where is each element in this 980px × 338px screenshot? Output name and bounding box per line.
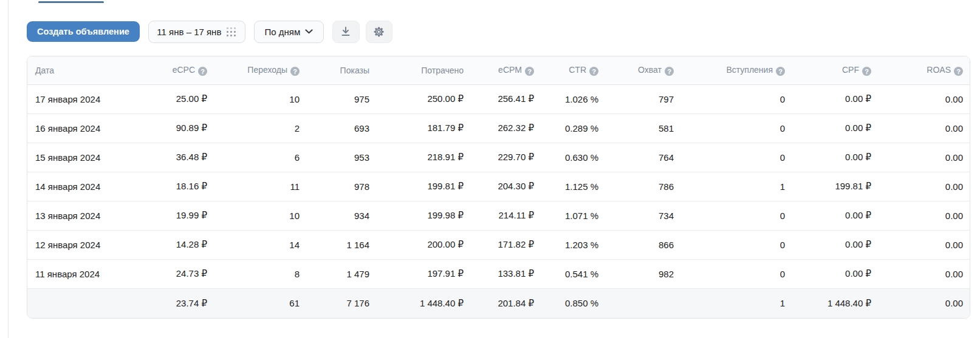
table-row: 14 января 202418.16 ₽11978199.81 ₽204.30… <box>27 172 970 201</box>
cell-joins: 1 <box>676 172 787 201</box>
table-row: 13 января 202419.99 ₽10934199.98 ₽214.11… <box>27 201 970 230</box>
cell-ecpc: 18.16 ₽ <box>131 172 210 201</box>
column-header-label: Вступления <box>726 65 773 75</box>
date-range-value: 11 янв – 17 янв <box>157 27 221 37</box>
cell-joins: 0 <box>676 230 787 259</box>
cell-cpf: 0.00 ₽ <box>787 143 874 172</box>
cell-ctr: 0.289 % <box>536 113 601 143</box>
cell-roas: 0.00 <box>874 230 970 259</box>
cell-roas: 0.00 <box>874 113 970 143</box>
cell-reach: 786 <box>601 172 676 201</box>
cell-cpf: 0.00 ₽ <box>787 113 874 143</box>
chevron-down-icon <box>305 29 313 34</box>
totals-cell-cpf: 1 448.40 ₽ <box>787 288 874 318</box>
cell-impressions: 934 <box>302 201 372 230</box>
totals-cell-ecpm: 201.84 ₽ <box>466 288 536 318</box>
cell-reach: 797 <box>601 84 676 113</box>
create-ad-button[interactable]: Создать объявление <box>27 21 140 42</box>
help-icon[interactable]: ? <box>954 67 963 76</box>
active-tab-indicator <box>38 1 104 3</box>
cell-clicks: 10 <box>210 84 302 113</box>
column-header-impressions: Показы <box>302 56 372 84</box>
export-button[interactable] <box>332 21 360 43</box>
cell-ecpm: 204.30 ₽ <box>466 172 536 201</box>
cell-ctr: 1.071 % <box>536 201 601 230</box>
cell-clicks: 8 <box>210 259 302 288</box>
cell-date: 11 января 2024 <box>27 259 131 288</box>
cell-ecpm: 214.11 ₽ <box>466 201 536 230</box>
column-header-label: Дата <box>35 66 54 75</box>
cell-ecpc: 24.73 ₽ <box>131 259 210 288</box>
cell-ecpm: 171.82 ₽ <box>466 230 536 259</box>
cell-ecpc: 90.89 ₽ <box>131 113 210 143</box>
cell-clicks: 2 <box>210 113 302 143</box>
cell-ecpc: 25.00 ₽ <box>131 84 210 113</box>
totals-cell-ecpc: 23.74 ₽ <box>131 288 210 318</box>
column-header-label: ROAS <box>927 65 951 75</box>
help-icon[interactable]: ? <box>525 67 534 76</box>
cell-ecpm: 133.81 ₽ <box>466 259 536 288</box>
cell-joins: 0 <box>676 259 787 288</box>
help-icon[interactable]: ? <box>862 67 871 76</box>
download-icon <box>340 26 351 37</box>
cell-impressions: 953 <box>302 143 372 172</box>
cell-date: 16 января 2024 <box>27 113 131 143</box>
cell-roas: 0.00 <box>874 259 970 288</box>
help-icon[interactable]: ? <box>290 67 300 76</box>
toolbar: Создать объявление 11 янв – 17 янв По дн <box>27 20 392 43</box>
cell-ctr: 1.026 % <box>536 84 601 113</box>
table-totals-row: 23.74 ₽617 1761 448.40 ₽201.84 ₽0.850 %1… <box>27 288 970 318</box>
settings-button[interactable] <box>366 21 392 43</box>
cell-ecpm: 229.70 ₽ <box>466 143 536 172</box>
cell-date: 12 января 2024 <box>27 230 131 259</box>
cell-ecpc: 19.99 ₽ <box>131 201 210 230</box>
cell-cpf: 0.00 ₽ <box>787 230 874 259</box>
help-icon[interactable]: ? <box>665 67 674 76</box>
cell-ecpc: 14.28 ₽ <box>131 230 210 259</box>
cell-reach: 866 <box>601 230 676 259</box>
cell-cpf: 0.00 ₽ <box>787 259 874 288</box>
cell-joins: 0 <box>676 113 787 143</box>
column-header-date: Дата <box>27 56 131 84</box>
cell-cpf: 0.00 ₽ <box>787 201 874 230</box>
cell-clicks: 6 <box>210 143 302 172</box>
cell-spent: 197.91 ₽ <box>372 259 466 288</box>
table-row: 15 января 202436.48 ₽6953218.91 ₽229.70 … <box>27 143 970 172</box>
help-icon[interactable]: ? <box>589 67 598 76</box>
help-icon[interactable]: ? <box>776 67 785 76</box>
cell-roas: 0.00 <box>874 172 970 201</box>
cell-impressions: 978 <box>302 172 372 201</box>
column-header-label: CTR <box>569 65 586 75</box>
cell-clicks: 11 <box>210 172 302 201</box>
cell-clicks: 14 <box>210 230 302 259</box>
cell-reach: 581 <box>601 113 676 143</box>
cell-spent: 200.00 ₽ <box>372 230 466 259</box>
table-row: 12 января 202414.28 ₽141 164200.00 ₽171.… <box>27 230 970 259</box>
statistics-table-card: ДатаeCPC?Переходы?ПоказыПотраченоeCPM?CT… <box>27 56 970 319</box>
table-row: 11 января 202424.73 ₽81 479197.91 ₽133.8… <box>27 259 970 288</box>
totals-cell-impressions: 7 176 <box>302 288 372 318</box>
cell-spent: 218.91 ₽ <box>372 143 466 172</box>
cell-ctr: 0.630 % <box>536 143 601 172</box>
date-range-picker[interactable]: 11 янв – 17 янв <box>148 21 245 43</box>
cell-spent: 199.98 ₽ <box>372 201 466 230</box>
cell-spent: 199.81 ₽ <box>372 172 466 201</box>
calendar-grid-icon <box>226 27 236 37</box>
cell-date: 15 января 2024 <box>27 143 131 172</box>
column-header-spent: Потрачено <box>372 56 466 84</box>
cell-roas: 0.00 <box>874 143 970 172</box>
grouping-select[interactable]: По дням <box>254 21 324 43</box>
cell-ctr: 1.203 % <box>536 230 601 259</box>
cell-ecpm: 256.41 ₽ <box>466 84 536 113</box>
cell-cpf: 199.81 ₽ <box>787 172 874 201</box>
grouping-value: По дням <box>264 27 300 37</box>
cell-joins: 0 <box>676 201 787 230</box>
totals-cell-clicks: 61 <box>210 288 302 318</box>
column-header-clicks: Переходы? <box>210 56 302 84</box>
cell-joins: 0 <box>676 84 787 113</box>
help-icon[interactable]: ? <box>198 67 207 76</box>
column-header-reach: Охват? <box>601 56 676 84</box>
cell-spent: 181.79 ₽ <box>372 113 466 143</box>
table-row: 17 января 202425.00 ₽10975250.00 ₽256.41… <box>27 84 970 113</box>
statistics-table: ДатаeCPC?Переходы?ПоказыПотраченоeCPM?CT… <box>27 56 970 318</box>
